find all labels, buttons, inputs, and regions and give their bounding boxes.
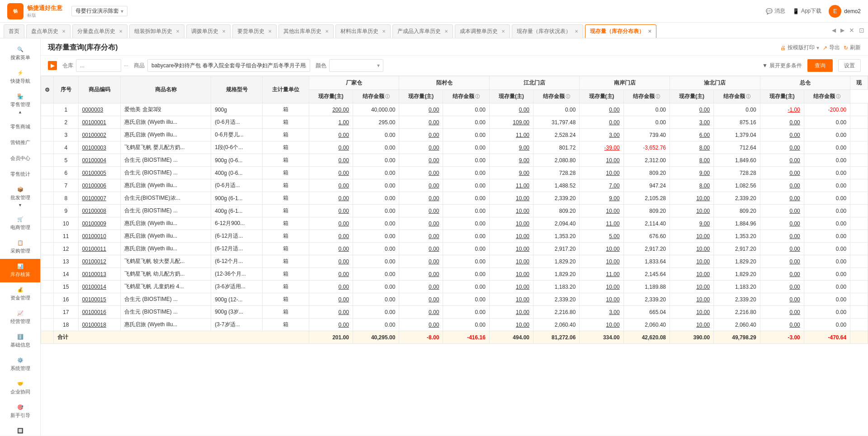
row-c3-qty[interactable]: 109.00 [489, 116, 533, 129]
row-code[interactable]: 00100016 [78, 306, 121, 319]
row-c2-qty[interactable]: 0.00 [399, 167, 443, 179]
row-total-qty[interactable]: 0.00 [760, 167, 804, 179]
tab-close-btn-10[interactable]: ✕ [575, 29, 578, 34]
row-total-qty[interactable]: 0.00 [760, 243, 804, 255]
row-c5-qty[interactable]: 3.00 [670, 116, 714, 129]
row-c4-qty[interactable]: 5.00 [580, 230, 623, 243]
row-c3-qty[interactable]: 9.00 [489, 141, 533, 154]
refresh-btn[interactable]: ↻ 刷新 [844, 44, 861, 52]
row-total-qty[interactable]: 0.00 [760, 129, 804, 141]
row-c4-qty[interactable]: 10.00 [580, 205, 623, 217]
row-code[interactable]: 00100014 [78, 281, 121, 293]
row-c4-qty[interactable]: 3.00 [580, 306, 623, 319]
row-c3-qty[interactable]: 10.00 [489, 205, 533, 217]
table-wrapper[interactable]: ⚙ 序号 商品编码 商品名称 规格型号 主计量单位 厂家仓 陌村仓 江北门店 南… [41, 76, 868, 436]
row-total-qty[interactable]: 0.00 [760, 192, 804, 205]
tab-prev-btn[interactable]: ◀ [830, 26, 838, 34]
row-c4-qty[interactable]: 10.00 [580, 281, 623, 293]
row-c5-qty[interactable]: 10.00 [670, 281, 714, 293]
row-c5-qty[interactable]: 10.00 [670, 293, 714, 306]
row-settings[interactable] [41, 154, 54, 167]
sidebar-item-7[interactable]: 📦批发管理▼ [0, 182, 40, 212]
row-c4-qty[interactable]: 10.00 [580, 319, 623, 331]
row-c2-qty[interactable]: 0.00 [399, 154, 443, 167]
row-total-qty[interactable]: 0.00 [760, 154, 804, 167]
row-c2-qty[interactable]: 0.00 [399, 230, 443, 243]
row-c3-qty[interactable]: 10.00 [489, 243, 533, 255]
row-settings[interactable] [41, 179, 54, 192]
row-settings[interactable] [41, 293, 54, 306]
row-c3-qty[interactable]: 9.00 [489, 167, 533, 179]
row-c3-qty[interactable]: 10.00 [489, 268, 533, 281]
row-c2-qty[interactable]: 0.00 [399, 293, 443, 306]
row-settings[interactable] [41, 281, 54, 293]
sidebar-item-11[interactable]: 💰资金管理 [0, 282, 40, 306]
sidebar-item-2[interactable]: 🏪零售管理▲ [0, 89, 40, 119]
tab-close-btn-2[interactable]: ✕ [119, 29, 123, 34]
row-c5-qty[interactable]: 10.00 [670, 192, 714, 205]
row-c1-qty[interactable]: 0.00 [309, 154, 353, 167]
row-c4-qty[interactable]: 10.00 [580, 167, 623, 179]
row-code[interactable]: 00100007 [78, 192, 121, 205]
row-c2-qty[interactable]: 0.00 [399, 103, 443, 116]
row-c2-qty[interactable]: 0.00 [399, 217, 443, 230]
sidebar-item-16[interactable]: 🎯新手引导 [0, 400, 40, 423]
row-c4-qty[interactable]: 0.00 [580, 116, 623, 129]
row-code[interactable]: 00100015 [78, 293, 121, 306]
tab-close-btn-9[interactable]: ✕ [501, 29, 505, 34]
row-c1-qty[interactable]: 0.00 [309, 192, 353, 205]
expand-more-btn[interactable]: ▼ 展开更多条件 [762, 62, 802, 70]
sidebar-item-15[interactable]: 🤝企业协同 [0, 376, 40, 400]
row-code[interactable]: 00100011 [78, 243, 121, 255]
row-settings[interactable] [41, 268, 54, 281]
tab-item-1[interactable]: 盘点单历史✕ [26, 24, 71, 38]
row-settings[interactable] [41, 230, 54, 243]
sidebar-item-12[interactable]: 📈经营管理 [0, 306, 40, 329]
row-c3-qty[interactable]: 10.00 [489, 192, 533, 205]
row-settings[interactable] [41, 306, 54, 319]
row-c1-qty[interactable]: 1.00 [309, 116, 353, 129]
row-c3-qty[interactable]: 11.00 [489, 179, 533, 192]
row-c5-qty[interactable]: 10.00 [670, 255, 714, 268]
row-c4-qty[interactable]: -39.00 [580, 141, 623, 154]
tab-item-9[interactable]: 成本调整单历史✕ [455, 24, 510, 38]
row-c5-qty[interactable]: 6.00 [670, 129, 714, 141]
row-c2-qty[interactable]: 0.00 [399, 306, 443, 319]
row-c1-qty[interactable]: 0.00 [309, 268, 353, 281]
row-settings[interactable] [41, 192, 54, 205]
message-btn[interactable]: 💬 消息 [766, 7, 785, 15]
row-total-qty[interactable]: 0.00 [760, 306, 804, 319]
sidebar-item-14[interactable]: ⚙️系统管理 [0, 353, 40, 376]
row-c4-qty[interactable]: 10.00 [580, 154, 623, 167]
tab-close-btn-1[interactable]: ✕ [62, 29, 66, 34]
row-c1-qty[interactable]: 0.00 [309, 230, 353, 243]
row-c3-qty[interactable]: 10.00 [489, 217, 533, 230]
row-settings[interactable] [41, 217, 54, 230]
row-c1-qty[interactable]: 0.00 [309, 141, 353, 154]
tab-item-11[interactable]: 现存量（库存分布表）✕ [585, 24, 656, 38]
row-code[interactable]: 00100008 [78, 205, 121, 217]
print-btn[interactable]: 🖨 按模版打印 ▾ [780, 44, 819, 52]
row-c1-qty[interactable]: 0.00 [309, 167, 353, 179]
sidebar-item-0[interactable]: 🔍搜索英单 [0, 42, 40, 66]
row-c1-qty[interactable]: 0.00 [309, 205, 353, 217]
filter-expand-btn[interactable]: ▶ [48, 61, 57, 70]
company-dropdown[interactable]: 母婴行业演示陈套 ▾ [71, 6, 127, 16]
tab-close-btn-5[interactable]: ✕ [268, 29, 272, 34]
tab-close-btn-7[interactable]: ✕ [382, 29, 386, 34]
row-total-qty[interactable]: 0.00 [760, 141, 804, 154]
row-code[interactable]: 00100013 [78, 268, 121, 281]
sidebar-item-9[interactable]: 📋采购管理 [0, 235, 40, 259]
tab-close-btn-8[interactable]: ✕ [444, 29, 448, 34]
row-c2-qty[interactable]: 0.00 [399, 116, 443, 129]
row-c4-qty[interactable]: 7.00 [580, 179, 623, 192]
row-total-qty[interactable]: 0.00 [760, 179, 804, 192]
tab-item-7[interactable]: 材料出库单历史✕ [335, 24, 391, 38]
row-total-qty[interactable]: 0.00 [760, 205, 804, 217]
row-c2-qty[interactable]: 0.00 [399, 179, 443, 192]
row-code[interactable]: 0000003 [78, 103, 121, 116]
row-settings[interactable] [41, 116, 54, 129]
row-c3-qty[interactable]: 10.00 [489, 306, 533, 319]
row-code[interactable]: 00100005 [78, 167, 121, 179]
row-settings[interactable] [41, 141, 54, 154]
